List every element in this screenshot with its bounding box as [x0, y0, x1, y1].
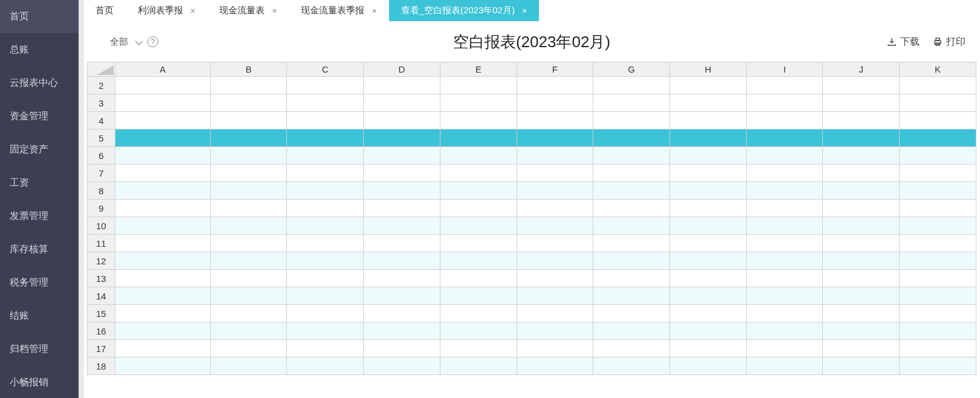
sidebar-item-home[interactable]: 首页: [0, 0, 79, 33]
cell[interactable]: [823, 94, 900, 112]
cell[interactable]: [900, 147, 976, 165]
cell[interactable]: [746, 270, 823, 287]
table-row[interactable]: 5: [88, 129, 976, 147]
cell[interactable]: [593, 147, 670, 165]
cell[interactable]: [900, 165, 976, 182]
row-header[interactable]: 11: [88, 235, 115, 252]
cell[interactable]: [517, 77, 593, 94]
cell[interactable]: [364, 182, 440, 200]
col-header[interactable]: D: [364, 62, 440, 77]
cell[interactable]: [517, 129, 593, 147]
cell[interactable]: [746, 235, 823, 252]
close-icon[interactable]: ×: [190, 6, 195, 16]
cell[interactable]: [746, 147, 823, 165]
cell[interactable]: [440, 270, 517, 287]
row-header[interactable]: 2: [88, 77, 115, 94]
cell[interactable]: [823, 217, 900, 235]
row-header[interactable]: 5: [88, 129, 115, 147]
col-header[interactable]: G: [593, 62, 670, 77]
cell[interactable]: [115, 182, 210, 200]
cell[interactable]: [517, 200, 593, 217]
cell[interactable]: [823, 287, 900, 305]
close-icon[interactable]: ×: [372, 6, 376, 16]
cell[interactable]: [440, 165, 517, 182]
row-header[interactable]: 8: [88, 182, 115, 200]
sidebar-item-cloud-report[interactable]: 云报表中心: [0, 67, 79, 100]
cell[interactable]: [287, 165, 364, 182]
grid[interactable]: A B C D E F G H I J K 234567891011121314…: [87, 62, 976, 375]
cell[interactable]: [900, 270, 976, 287]
cell[interactable]: [517, 287, 593, 305]
table-row[interactable]: 8: [88, 182, 976, 200]
cell[interactable]: [746, 129, 823, 147]
table-row[interactable]: 2: [88, 77, 976, 94]
cell[interactable]: [115, 147, 210, 165]
cell[interactable]: [287, 357, 364, 375]
col-header[interactable]: H: [670, 62, 747, 77]
cell[interactable]: [115, 129, 210, 147]
cell[interactable]: [364, 129, 440, 147]
cell[interactable]: [364, 357, 440, 375]
col-header[interactable]: A: [115, 62, 210, 77]
cell[interactable]: [823, 305, 900, 322]
tab-home[interactable]: 首页: [83, 0, 126, 21]
close-icon[interactable]: ×: [272, 6, 277, 16]
cell[interactable]: [364, 112, 440, 129]
cell[interactable]: [900, 182, 976, 200]
sidebar-item-fund-mgmt[interactable]: 资金管理: [0, 100, 79, 133]
cell[interactable]: [115, 217, 210, 235]
cell[interactable]: [287, 200, 364, 217]
sidebar-item-inventory[interactable]: 库存核算: [0, 233, 79, 266]
row-header[interactable]: 4: [88, 112, 115, 129]
cell[interactable]: [440, 112, 517, 129]
cell[interactable]: [593, 340, 670, 357]
cell[interactable]: [517, 217, 593, 235]
cell[interactable]: [900, 322, 976, 340]
cell[interactable]: [670, 77, 747, 94]
cell[interactable]: [210, 217, 287, 235]
cell[interactable]: [287, 94, 364, 112]
col-header[interactable]: C: [287, 62, 364, 77]
cell[interactable]: [210, 357, 287, 375]
cell[interactable]: [287, 252, 364, 270]
cell[interactable]: [746, 165, 823, 182]
cell[interactable]: [115, 200, 210, 217]
table-row[interactable]: 13: [88, 270, 976, 287]
cell[interactable]: [593, 252, 670, 270]
cell[interactable]: [210, 147, 287, 165]
cell[interactable]: [593, 200, 670, 217]
cell[interactable]: [287, 129, 364, 147]
col-header[interactable]: K: [900, 62, 976, 77]
filter-dropdown[interactable]: 全部 ?: [98, 36, 158, 48]
print-button[interactable]: 打印: [933, 36, 965, 48]
cell[interactable]: [287, 287, 364, 305]
cell[interactable]: [364, 340, 440, 357]
cell[interactable]: [440, 77, 517, 94]
cell[interactable]: [746, 182, 823, 200]
cell[interactable]: [517, 235, 593, 252]
cell[interactable]: [593, 235, 670, 252]
cell[interactable]: [670, 129, 747, 147]
cell[interactable]: [210, 77, 287, 94]
cell[interactable]: [746, 112, 823, 129]
row-header[interactable]: 9: [88, 200, 115, 217]
download-button[interactable]: 下载: [887, 36, 920, 48]
col-header[interactable]: F: [517, 62, 593, 77]
cell[interactable]: [670, 112, 747, 129]
cell[interactable]: [364, 322, 440, 340]
cell[interactable]: [823, 252, 900, 270]
cell[interactable]: [670, 147, 747, 165]
cell[interactable]: [287, 182, 364, 200]
cell[interactable]: [364, 270, 440, 287]
table-row[interactable]: 14: [88, 287, 976, 305]
cell[interactable]: [517, 340, 593, 357]
col-header[interactable]: J: [823, 62, 900, 77]
cell[interactable]: [210, 235, 287, 252]
cell[interactable]: [210, 270, 287, 287]
cell[interactable]: [593, 94, 670, 112]
cell[interactable]: [746, 200, 823, 217]
cell[interactable]: [517, 270, 593, 287]
cell[interactable]: [746, 94, 823, 112]
cell[interactable]: [517, 305, 593, 322]
cell[interactable]: [115, 165, 210, 182]
